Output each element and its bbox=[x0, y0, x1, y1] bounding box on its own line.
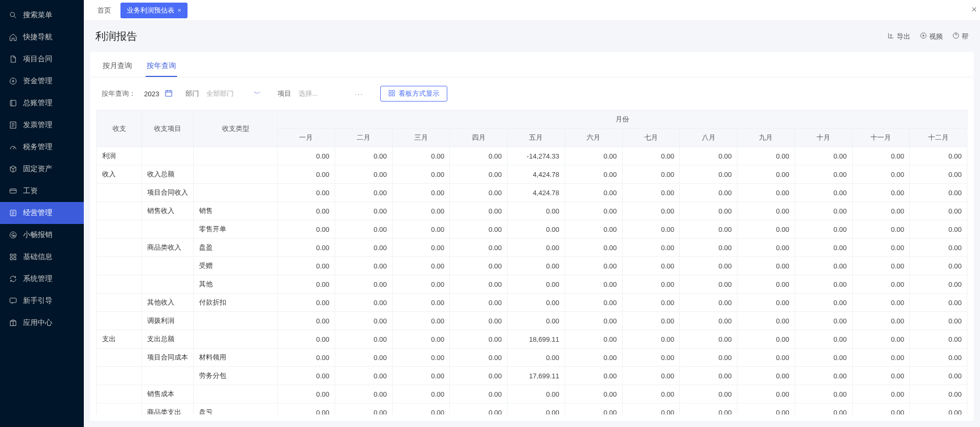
subtab-monthly-label: 按月查询 bbox=[103, 61, 132, 70]
project-select[interactable]: 选择... ··· bbox=[294, 87, 368, 100]
help-icon bbox=[952, 32, 960, 41]
cell-value: 0.00 bbox=[335, 312, 392, 330]
cell-value: 0.00 bbox=[565, 184, 622, 202]
cell-value: 0.00 bbox=[392, 147, 450, 165]
kanban-view-button[interactable]: 看板方式显示 bbox=[380, 86, 447, 102]
col-header-month: 二月 bbox=[335, 129, 392, 147]
cell-value: 0.00 bbox=[565, 239, 622, 257]
cell-value: 0.00 bbox=[565, 312, 622, 330]
cell-value: 0.00 bbox=[392, 349, 450, 367]
cell-value: 0.00 bbox=[852, 349, 910, 367]
svg-point-6 bbox=[10, 232, 16, 238]
cell-value: 0.00 bbox=[852, 294, 910, 312]
table-row: 商品类收入盘盈0.000.000.000.000.000.000.000.000… bbox=[97, 239, 967, 257]
sidebar-item-ledger-mgmt[interactable]: 总账管理 bbox=[0, 92, 84, 114]
cell-value: 0.00 bbox=[565, 349, 622, 367]
subtab-monthly[interactable]: 按月查询 bbox=[102, 57, 133, 77]
cell-value: 0.00 bbox=[795, 220, 852, 239]
cell-c2: 其他 bbox=[194, 275, 278, 294]
cell-value: 0.00 bbox=[335, 403, 392, 415]
export-button[interactable]: 导出 bbox=[887, 32, 910, 41]
sidebar-item-label: 经营管理 bbox=[23, 208, 52, 218]
sidebar-item-beginner-guide[interactable]: 新手引导 bbox=[0, 290, 84, 312]
cell-value: 17,699.11 bbox=[508, 367, 565, 385]
cell-value: 0.00 bbox=[508, 312, 565, 330]
cell-value: 0.00 bbox=[335, 294, 392, 312]
tab-home[interactable]: 首页 bbox=[91, 3, 117, 18]
table-row: 零售开单0.000.000.000.000.000.000.000.000.00… bbox=[97, 220, 967, 239]
cell-value: 0.00 bbox=[450, 367, 508, 385]
tabs-close-all-icon[interactable]: × bbox=[971, 4, 977, 15]
cell-value: 0.00 bbox=[680, 330, 737, 349]
cell-value: 0.00 bbox=[508, 294, 565, 312]
tab-active-label: 业务利润预估表 bbox=[127, 6, 174, 15]
year-value[interactable]: 2023 bbox=[144, 90, 159, 98]
sidebar-item-label: 项目合同 bbox=[23, 54, 52, 64]
card-icon bbox=[8, 186, 18, 196]
cell-value: 0.00 bbox=[450, 275, 508, 294]
sidebar-item-salary[interactable]: 工资 bbox=[0, 180, 84, 202]
svg-point-0 bbox=[10, 13, 15, 17]
cell-value: 0.00 bbox=[450, 257, 508, 275]
sidebar-item-app-center[interactable]: 应用中心 bbox=[0, 312, 84, 334]
col-header-month: 十月 bbox=[795, 129, 852, 147]
sidebar-item-label: 发票管理 bbox=[23, 120, 52, 130]
sidebar-item-label: 快捷导航 bbox=[23, 32, 52, 42]
dept-select[interactable]: 全部部门 ﹀ bbox=[202, 87, 265, 100]
close-icon[interactable]: × bbox=[178, 7, 181, 14]
file-icon bbox=[8, 54, 18, 64]
help-button[interactable]: 帮 bbox=[952, 32, 968, 41]
cell-value: 0.00 bbox=[852, 275, 910, 294]
cell-value: 0.00 bbox=[680, 349, 737, 367]
sidebar-item-invoice-mgmt[interactable]: 发票管理 bbox=[0, 114, 84, 136]
sidebar-item-basic-info[interactable]: 基础信息 bbox=[0, 246, 84, 268]
subtab-yearly[interactable]: 按年查询 bbox=[146, 57, 177, 77]
cell-value: 0.00 bbox=[508, 239, 565, 257]
cell-value: 0.00 bbox=[737, 147, 795, 165]
cell-value: 0.00 bbox=[737, 239, 795, 257]
cell-value: 0.00 bbox=[737, 349, 795, 367]
col-header: 收支 bbox=[97, 110, 142, 147]
table-row: 支出支出总额0.000.000.000.0018,699.110.000.000… bbox=[97, 330, 967, 349]
sidebar-item-label: 应用中心 bbox=[23, 318, 52, 328]
col-header-month: 八月 bbox=[680, 129, 737, 147]
cell-value: 0.00 bbox=[910, 275, 967, 294]
sidebar-item-xiaochang-reimburse[interactable]: 小畅报销 bbox=[0, 224, 84, 246]
table-row: 销售收入销售0.000.000.000.000.000.000.000.000.… bbox=[97, 202, 967, 220]
cell-value: 0.00 bbox=[335, 367, 392, 385]
cell-value: 0.00 bbox=[392, 367, 450, 385]
sidebar-item-search-menu[interactable]: 搜索菜单 bbox=[0, 4, 84, 26]
sidebar-item-quick-nav[interactable]: 快捷导航 bbox=[0, 26, 84, 48]
cell-value: 0.00 bbox=[795, 147, 852, 165]
cell-c0: 利润 bbox=[97, 147, 142, 165]
sidebar-item-fund-mgmt[interactable]: 资金管理 bbox=[0, 70, 84, 92]
sidebar-item-fixed-assets[interactable]: 固定资产 bbox=[0, 158, 84, 180]
cell-value: 0.00 bbox=[392, 239, 450, 257]
sidebar-item-project-contract[interactable]: 项目合同 bbox=[0, 48, 84, 70]
col-header-month: 一月 bbox=[278, 129, 335, 147]
cell-value: 0.00 bbox=[737, 165, 795, 184]
cell-value: 0.00 bbox=[622, 239, 680, 257]
table-scroll[interactable]: 收支收支项目收支类型月份一月二月三月四月五月六月七月八月九月十月十一月十二月 利… bbox=[96, 110, 967, 414]
cell-value: 0.00 bbox=[910, 294, 967, 312]
cell-value: 0.00 bbox=[680, 220, 737, 239]
cell-value: 0.00 bbox=[565, 403, 622, 415]
cell-value: 0.00 bbox=[737, 312, 795, 330]
tab-active[interactable]: 业务利润预估表 × bbox=[120, 3, 188, 18]
sidebar-item-system-mgmt[interactable]: 系统管理 bbox=[0, 268, 84, 290]
cell-c0 bbox=[97, 349, 142, 367]
gletter-icon bbox=[8, 230, 18, 240]
sidebar-item-operation-mgmt[interactable]: 经营管理 bbox=[0, 202, 84, 224]
video-button[interactable]: 视频 bbox=[920, 32, 943, 41]
cell-c0 bbox=[97, 294, 142, 312]
cell-value: 0.00 bbox=[680, 147, 737, 165]
sidebar-item-label: 小畅报销 bbox=[23, 230, 52, 240]
cell-value: 0.00 bbox=[852, 184, 910, 202]
calendar-icon[interactable] bbox=[164, 89, 173, 99]
sidebar: 搜索菜单快捷导航项目合同资金管理总账管理发票管理税务管理固定资产工资经营管理小畅… bbox=[0, 0, 84, 427]
table-row: 受赠0.000.000.000.000.000.000.000.000.000.… bbox=[97, 257, 967, 275]
col-header-month: 六月 bbox=[565, 129, 622, 147]
cell-value: 0.00 bbox=[392, 257, 450, 275]
col-header: 收支类型 bbox=[194, 110, 278, 147]
sidebar-item-tax-mgmt[interactable]: 税务管理 bbox=[0, 136, 84, 158]
